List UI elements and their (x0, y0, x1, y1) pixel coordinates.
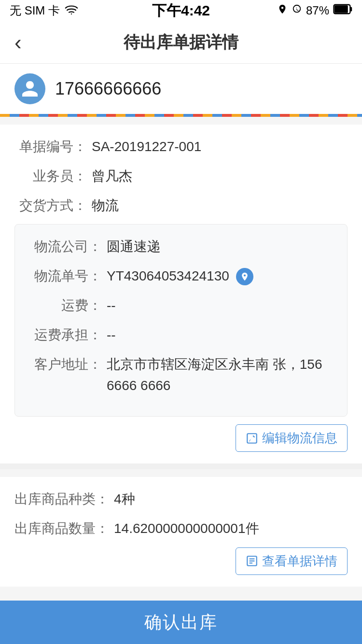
svg-rect-4 (247, 434, 257, 443)
freight-row: 运费： -- (29, 295, 333, 317)
customer-phone: 17666666666 (55, 79, 161, 99)
document-number-row: 单据编号： SA-20191227-001 (14, 136, 348, 158)
tracking-number-label: 物流单号： (29, 266, 107, 287)
logistics-company-label: 物流公司： (29, 236, 107, 258)
svg-rect-3 (334, 5, 348, 13)
goods-quantity-label: 出库商品数量： (14, 518, 114, 540)
document-number-label: 单据编号： (14, 136, 92, 158)
address-label: 客户地址： (29, 354, 107, 376)
delivery-method-row: 交货方式： 物流 (14, 195, 348, 217)
view-details-button[interactable]: 查看单据详情 (236, 547, 348, 575)
wifi-icon (65, 4, 78, 17)
edit-logistics-button[interactable]: 编辑物流信息 (236, 424, 348, 452)
address-row: 客户地址： 北京市市辖区海淀区永丰南 张，156 6666 6666 (29, 354, 333, 397)
tracking-number-text: YT43064053424130 (107, 266, 229, 287)
back-button[interactable]: ‹ (14, 30, 22, 55)
page-title: 待出库单据详情 (124, 31, 238, 54)
logistics-company-value: 圆通速递 (107, 236, 333, 258)
freight-bearer-value: -- (107, 324, 333, 346)
tracking-location-icon[interactable] (236, 268, 253, 285)
goods-types-value: 4种 (114, 489, 348, 510)
dashed-divider (0, 114, 362, 117)
customer-header: 17666666666 (0, 64, 362, 114)
svg-point-0 (71, 14, 72, 14)
goods-types-label: 出库商品种类： (14, 489, 114, 510)
goods-types-row: 出库商品种类： 4种 (14, 489, 348, 510)
battery-icon (333, 4, 352, 17)
customer-avatar (14, 73, 45, 104)
edit-logistics-label: 编辑物流信息 (262, 430, 337, 447)
logistics-company-row: 物流公司： 圆通速递 (29, 236, 333, 258)
sales-rep-row: 业务员： 曾凡杰 (14, 166, 348, 187)
sales-rep-value: 曾凡杰 (92, 166, 348, 187)
sales-rep-label: 业务员： (14, 166, 92, 187)
order-info-section: 单据编号： SA-20191227-001 业务员： 曾凡杰 交货方式： 物流 … (0, 125, 362, 463)
goods-quantity-row: 出库商品数量： 14.620000000000001件 (14, 518, 348, 540)
edit-logistics-btn-wrapper: 编辑物流信息 (14, 424, 348, 452)
status-bar-left: 无 SIM 卡 (10, 3, 78, 18)
delivery-method-value: 物流 (92, 195, 348, 217)
view-details-btn-wrapper: 查看单据详情 (14, 547, 348, 575)
delivery-method-label: 交货方式： (14, 195, 92, 217)
carrier-text: 无 SIM 卡 (10, 3, 60, 18)
document-number-value: SA-20191227-001 (92, 136, 348, 158)
freight-bearer-row: 运费承担： -- (29, 324, 333, 346)
goods-section: 出库商品种类： 4种 出库商品数量： 14.620000000000001件 查… (0, 477, 362, 587)
svg-rect-2 (350, 7, 352, 11)
logistics-card: 物流公司： 圆通速递 物流单号： YT43064053424130 运费： -- (14, 224, 348, 417)
view-details-label: 查看单据详情 (262, 553, 337, 570)
address-value: 北京市市辖区海淀区永丰南 张，156 6666 6666 (107, 354, 333, 397)
status-bar-time: 下午4:42 (152, 1, 210, 21)
tracking-number-row: 物流单号： YT43064053424130 (29, 266, 333, 287)
alarm-icon (292, 4, 302, 17)
confirm-btn-wrapper: 确认出库 (0, 601, 362, 644)
confirm-outbound-button[interactable]: 确认出库 (0, 601, 362, 644)
status-bar-right: 87% (277, 4, 352, 17)
location-status-icon (277, 4, 288, 17)
freight-label: 运费： (29, 295, 107, 317)
status-bar: 无 SIM 卡 下午4:42 87% (0, 0, 362, 21)
freight-bearer-label: 运费承担： (29, 324, 107, 346)
freight-value: -- (107, 295, 333, 317)
section-divider (0, 463, 362, 469)
nav-bar: ‹ 待出库单据详情 (0, 21, 362, 64)
goods-quantity-value: 14.620000000000001件 (114, 518, 348, 540)
battery-text: 87% (306, 4, 329, 17)
tracking-number-value-wrapper: YT43064053424130 (107, 266, 333, 287)
